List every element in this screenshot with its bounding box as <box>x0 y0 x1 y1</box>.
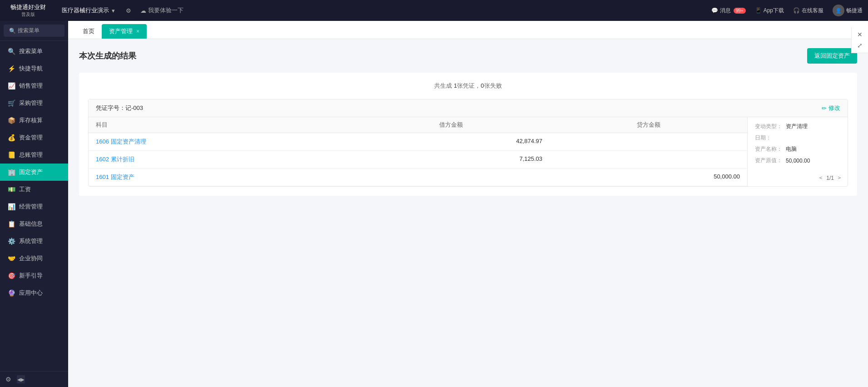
table-row: 1602 累计折旧 7,125.03 <box>89 151 747 169</box>
nav-label-fixed-assets: 固定资产 <box>19 168 43 176</box>
nav-icon-app-center: 🔮 <box>7 289 15 297</box>
close-panel-btn[interactable]: ✕ <box>855 30 864 39</box>
sidebar-item-app-center[interactable]: 🔮应用中心 <box>0 284 68 302</box>
app-download-label: App下载 <box>764 7 784 15</box>
main-layout: 🔍 搜索菜单 🔍搜索菜单⚡快捷导航📈销售管理🛒采购管理📦库存核算💰资金管理📒总账… <box>0 21 868 387</box>
col-credit: 贷方金额 <box>550 117 747 133</box>
experience-btn[interactable]: ☁ 我要体验一下 <box>140 6 184 15</box>
logo-title: 畅捷通好业财 <box>10 3 46 11</box>
table-row: ✓ 成功 1606 固定资产清理 42,874.97 <box>89 133 747 151</box>
next-page-btn[interactable]: ＞ <box>837 174 842 182</box>
date-row: 日期： <box>755 134 840 142</box>
debit-cell: 42,874.97 <box>352 133 550 150</box>
nav-icon-inventory: 📦 <box>7 116 15 124</box>
tab-label-home: 首页 <box>83 27 94 35</box>
voucher-table-header: 科目 借方金额 贷方金额 <box>89 117 747 133</box>
asset-name-label: 资产名称： <box>755 145 782 153</box>
search-icon: 🔍 <box>9 28 16 34</box>
return-fixed-assets-button[interactable]: 返回固定资产 <box>807 48 857 64</box>
page-content: 本次生成的结果 返回固定资产 共生成 1张凭证，0张失败 凭证字号：记-003 … <box>68 39 868 387</box>
nav-label-basic-info: 基础信息 <box>19 220 43 228</box>
account-cell: 1606 固定资产清理 <box>89 133 352 150</box>
summary-text2: 张凭证， <box>457 82 481 89</box>
nav-label-app-center: 应用中心 <box>19 289 43 297</box>
sidebar-item-fixed-assets[interactable]: 🏢固定资产 <box>0 164 68 181</box>
change-type-value: 资产清理 <box>786 123 808 130</box>
tab-home[interactable]: 首页 <box>75 24 102 39</box>
avatar: 👤 <box>833 5 844 16</box>
date-label: 日期： <box>755 134 771 142</box>
sidebar-item-system[interactable]: ⚙️系统管理 <box>0 233 68 250</box>
sidebar-item-operations[interactable]: 📊经营管理 <box>0 198 68 215</box>
sidebar-item-basic-info[interactable]: 📋基础信息 <box>0 215 68 233</box>
nav-icon-sales: 📈 <box>7 82 15 90</box>
sidebar-collapse-btn[interactable]: ◀▶ <box>17 375 25 383</box>
settings-bottom-icon[interactable]: ⚙ <box>5 376 11 383</box>
sidebar-item-sales[interactable]: 📈销售管理 <box>0 77 68 94</box>
tab-asset-mgmt[interactable]: 资产管理× <box>102 24 147 39</box>
user-area[interactable]: 👤 畅捷通 <box>833 5 863 16</box>
sidebar-item-purchase[interactable]: 🛒采购管理 <box>0 94 68 112</box>
tab-label-asset-mgmt: 资产管理 <box>109 27 133 35</box>
tab-close-asset-mgmt[interactable]: × <box>136 28 139 35</box>
sidebar-item-payroll[interactable]: 💵工资 <box>0 181 68 198</box>
sidebar-item-enterprise[interactable]: 🤝企业协同 <box>0 250 68 267</box>
fail-count: 0 <box>481 82 484 89</box>
workspace-selector[interactable]: 医疗器械行业演示 ▾ <box>58 6 119 15</box>
workspace-arrow-icon: ▾ <box>112 7 115 14</box>
edit-voucher-button[interactable]: ✏ 修改 <box>822 104 840 112</box>
sidebar-item-finance[interactable]: 💰资金管理 <box>0 129 68 146</box>
sidebar-item-quick-nav[interactable]: ⚡快捷导航 <box>0 60 68 77</box>
nav-label-search: 搜索菜单 <box>19 47 43 55</box>
voucher-right-panel: 变动类型： 资产清理 日期： 资产名称： 电脑 <box>748 117 848 186</box>
online-support-btn[interactable]: 🎧 在线客服 <box>793 7 823 15</box>
nav-icon-quick-nav: ⚡ <box>7 64 15 73</box>
credit-cell <box>550 133 747 150</box>
change-type-row: 变动类型： 资产清理 <box>755 123 840 130</box>
experience-label: 我要体验一下 <box>148 6 184 15</box>
voucher-number: 凭证字号：记-003 <box>96 104 143 112</box>
logo-subtitle: 普及版 <box>21 11 35 18</box>
nav-icon-fixed-assets: 🏢 <box>7 168 15 176</box>
nav-icon-enterprise: 🤝 <box>7 254 15 263</box>
nav-icon-payroll: 💵 <box>7 185 15 194</box>
nav-icon-purchase: 🛒 <box>7 99 15 107</box>
sidebar-item-ledger[interactable]: 📒总账管理 <box>0 146 68 164</box>
nav-label-payroll: 工资 <box>19 185 31 194</box>
credit-cell: 50,000.00 <box>550 169 747 186</box>
message-btn[interactable]: 💬 消息 99 <box>711 7 746 15</box>
nav-label-purchase: 采购管理 <box>19 99 43 107</box>
top-header: 畅捷通好业财 普及版 医疗器械行业演示 ▾ ⚙ ☁ 我要体验一下 💬 消息 99… <box>0 0 868 21</box>
settings-icon[interactable]: ⚙ <box>122 4 135 17</box>
summary-text: 共生成 <box>434 82 454 89</box>
sidebar-bottom: ⚙ ◀▶ <box>0 371 68 387</box>
logo-area: 畅捷通好业财 普及版 <box>5 3 51 18</box>
voucher-table: 科目 借方金额 贷方金额 ✓ 成功 1606 固定资产清理 <box>89 117 748 186</box>
sidebar: 🔍 搜索菜单 🔍搜索菜单⚡快捷导航📈销售管理🛒采购管理📦库存核算💰资金管理📒总账… <box>0 21 68 387</box>
download-icon: 📱 <box>755 7 762 14</box>
cloud-icon: ☁ <box>140 7 146 14</box>
maximize-panel-btn[interactable]: ⤢ <box>855 41 864 50</box>
header-right: 💬 消息 99 📱 App下载 🎧 在线客服 👤 畅捷通 <box>711 5 863 16</box>
result-summary: 共生成 1张凭证，0张失败 <box>88 82 848 90</box>
nav-icon-operations: 📊 <box>7 203 15 211</box>
sidebar-search-btn[interactable]: 🔍 搜索菜单 <box>4 25 64 37</box>
debit-cell <box>352 169 550 186</box>
app-download-btn[interactable]: 📱 App下载 <box>755 7 784 15</box>
original-value-label: 资产原值： <box>755 157 782 164</box>
debit-cell: 7,125.03 <box>352 151 550 168</box>
tab-bar: 首页资产管理× <box>68 21 868 39</box>
col-subject: 科目 <box>89 117 352 133</box>
original-value-value: 50,000.00 <box>786 158 810 164</box>
prev-page-btn[interactable]: ＜ <box>818 174 823 182</box>
nav-label-quick-nav: 快捷导航 <box>19 64 43 73</box>
table-row: 1601 固定资产 50,000.00 <box>89 169 747 186</box>
message-icon: 💬 <box>711 7 718 14</box>
sidebar-search-area[interactable]: 🔍 搜索菜单 <box>0 21 68 41</box>
nav-label-enterprise: 企业协同 <box>19 254 43 263</box>
sidebar-item-inventory[interactable]: 📦库存核算 <box>0 112 68 129</box>
sidebar-item-search[interactable]: 🔍搜索菜单 <box>0 43 68 60</box>
sidebar-item-guide[interactable]: 🎯新手引导 <box>0 267 68 284</box>
col-debit: 借方金额 <box>352 117 550 133</box>
nav-label-ledger: 总账管理 <box>19 151 43 159</box>
